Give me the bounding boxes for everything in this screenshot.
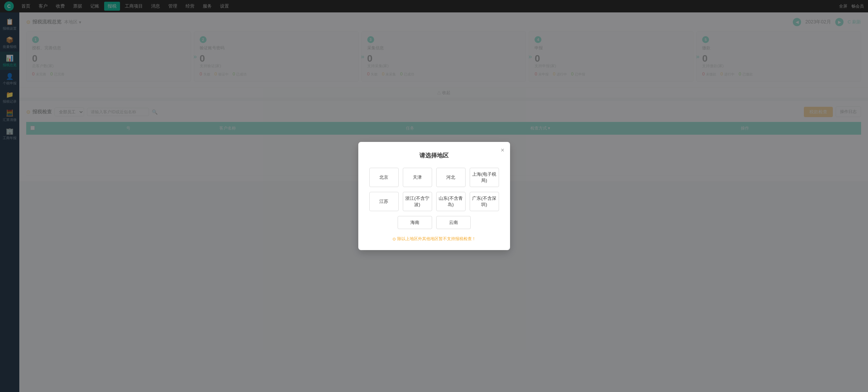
warning-icon: ⊙ xyxy=(392,237,396,241)
region-select-modal: × 请选择地区 北京 天津 河北 上海(电子税局) 江苏 浙江(不含宁波) 山东… xyxy=(358,142,510,250)
region-btn-jiangsu[interactable]: 江苏 xyxy=(369,192,399,211)
region-btn-shandong[interactable]: 山东(不含青岛) xyxy=(436,192,466,211)
region-grid-row2: 江苏 浙江(不含宁波) 山东(不含青岛) 广东(不含深圳) xyxy=(369,192,499,211)
warning-text: 除以上地区外其他地区暂不支持报税检查！ xyxy=(397,236,476,242)
region-btn-hebei[interactable]: 河北 xyxy=(436,168,466,187)
region-btn-yunnan[interactable]: 云南 xyxy=(436,216,471,229)
region-btn-guangdong[interactable]: 广东(不含深圳) xyxy=(470,192,499,211)
modal-close-btn[interactable]: × xyxy=(501,147,505,154)
region-btn-hainan[interactable]: 海南 xyxy=(398,216,432,229)
region-grid-row1: 北京 天津 河北 上海(电子税局) xyxy=(369,168,499,187)
modal-warning: ⊙ 除以上地区外其他地区暂不支持报税检查！ xyxy=(369,236,499,242)
modal-title: 请选择地区 xyxy=(369,152,499,159)
region-btn-shanghai[interactable]: 上海(电子税局) xyxy=(470,168,499,187)
region-btn-tianjin[interactable]: 天津 xyxy=(403,168,432,187)
region-btn-beijing[interactable]: 北京 xyxy=(369,168,399,187)
region-btn-zhejiang[interactable]: 浙江(不含宁波) xyxy=(403,192,432,211)
region-grid-row3: 海南 云南 xyxy=(369,216,499,229)
modal-overlay: × 请选择地区 北京 天津 河北 上海(电子税局) 江苏 浙江(不含宁波) 山东… xyxy=(0,0,868,392)
